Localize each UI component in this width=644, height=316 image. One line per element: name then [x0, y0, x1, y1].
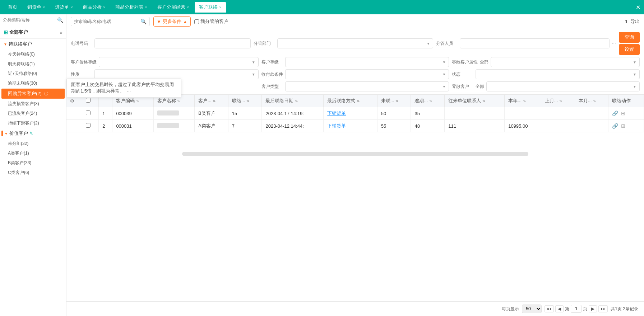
select-price-level[interactable]: ▼ [99, 57, 259, 67]
col-this-year[interactable]: 本年... ⇅ [505, 95, 541, 107]
close-analysis-tab[interactable]: × [103, 5, 105, 9]
edit-value-icon[interactable]: ✎ [29, 131, 33, 136]
row2-select[interactable] [86, 123, 91, 128]
sidebar-search-icon[interactable]: 🔍 [57, 17, 63, 23]
filter-cell-price-level: 客户价格等级 ▼ [71, 57, 259, 67]
col-last-contact-method[interactable]: 最后联络方式 ⇅ [324, 95, 377, 107]
filter-row-3: 性质 ▼ 收付款条件 ▼ 状态 ▼ [71, 69, 640, 79]
col-contact[interactable]: 联络... ⇅ [228, 95, 262, 107]
ellipsis-person[interactable]: ··· [612, 41, 616, 46]
close-purchase-tab[interactable]: × [70, 5, 73, 9]
sidebar-search-input[interactable] [3, 18, 57, 23]
filter-cell-payment: 收付款条件 ▼ [261, 69, 449, 79]
select-all-checkbox[interactable] [86, 98, 91, 103]
nav-tab-analysis[interactable]: 商品分析 × [79, 2, 110, 13]
select-customer-level[interactable]: ▼ [285, 57, 449, 67]
next-page-button[interactable]: ▶ [589, 305, 597, 312]
row2-num: 2 [99, 120, 112, 132]
close-sales-tab[interactable]: × [43, 5, 45, 9]
nav-tab-home[interactable]: 首页 [4, 2, 22, 13]
my-customer-checkbox[interactable] [194, 19, 199, 24]
sidebar-item-unclassified[interactable]: 未分组(32) [0, 139, 66, 148]
filter-bar: 🔍 ▼ 更多条件 ▲ 我分管的客户 ⬆ 导出 [66, 14, 644, 29]
select-dept[interactable]: ▼ [277, 38, 434, 48]
row1-link-icon[interactable]: 🔗 [612, 110, 618, 116]
prev-page-button[interactable]: ◀ [555, 305, 564, 312]
nav-tab-customer-contact[interactable]: 客户联络 × [195, 2, 226, 13]
sidebar-item-declining[interactable]: 持续下滑客户(2) [0, 118, 66, 128]
row2-link-icon[interactable]: 🔗 [612, 123, 618, 129]
sidebar-item-repurchase-anomaly[interactable]: 回购异常客户(2) ⓘ [1, 89, 65, 99]
close-analysis-list-tab[interactable]: × [145, 5, 147, 9]
col-unit-contact[interactable]: 往来单位联系人 ⇅ [445, 95, 505, 107]
export-button[interactable]: ⬆ 导出 [624, 18, 640, 25]
sort-icon-date: ⇅ [295, 99, 298, 103]
horizontal-scrollbar[interactable] [182, 152, 529, 156]
settings-button[interactable]: 设置 [619, 44, 640, 55]
select-status[interactable]: ▼ [476, 69, 640, 79]
sidebar-item-tomorrow[interactable]: 明天待联络(1) [0, 59, 66, 69]
sidebar-collapse-icon[interactable]: » [60, 30, 62, 35]
row1-actions: 🔗 ⊞ [608, 107, 644, 120]
filter-cell-scatter-customer: 零散客户 全部 ▼ [452, 81, 640, 91]
first-page-button[interactable]: ⏮ [545, 305, 554, 312]
query-button[interactable]: 查询 [619, 32, 640, 43]
content-area: 🔍 ▼ 更多条件 ▲ 我分管的客户 ⬆ 导出 电话号码 [66, 14, 644, 316]
sidebar-item-class-a[interactable]: A类客户(1) [0, 148, 66, 158]
more-filter-button[interactable]: ▼ 更多条件 ▲ [153, 16, 191, 27]
nav-tab-customer-tier[interactable]: 客户分层经营 × [153, 2, 193, 13]
sidebar-item-class-c[interactable]: C类客户(6) [0, 168, 66, 178]
label-payment: 收付款条件 [261, 71, 283, 77]
main-search-icon[interactable]: 🔍 [140, 19, 147, 24]
input-phone[interactable] [94, 38, 251, 48]
window-close-button[interactable]: ✕ [636, 4, 640, 11]
nav-tab-sales[interactable]: 销货单 × [23, 2, 49, 13]
row2-last-contact-method[interactable]: 下销货单 [324, 120, 377, 132]
per-page-select[interactable]: 50 20 100 [522, 305, 542, 313]
row1-grid-icon[interactable]: ⊞ [621, 110, 625, 116]
row1-last-contact-method[interactable]: 下销货单 [324, 107, 377, 120]
filter-cell-status: 状态 ▼ [452, 69, 640, 79]
select-scatter-customer[interactable]: ▼ [486, 81, 640, 91]
select-scatter-attr[interactable]: ▼ [491, 57, 640, 67]
nav-tab-purchase[interactable]: 进货单 × [51, 2, 77, 13]
col-last-month[interactable]: 上月... ⇅ [541, 95, 575, 107]
filter-icon: ▼ [157, 19, 161, 24]
row2-overdue: 48 [411, 120, 445, 132]
main-search-input[interactable] [74, 19, 140, 24]
col-last-contact-date[interactable]: 最后联络日期 ⇅ [262, 95, 324, 107]
row2-actions: 🔗 ⊞ [608, 120, 644, 132]
last-page-button[interactable]: ⏭ [598, 305, 608, 312]
sidebar-item-class-b[interactable]: B类客户(33) [0, 158, 66, 168]
sidebar-section-value-header: ▼ 价值客户 ✎ [0, 128, 66, 139]
sidebar-item-today[interactable]: 今天待联络(0) [0, 49, 66, 59]
row1-name [153, 107, 194, 120]
row1-select[interactable] [86, 110, 91, 115]
col-this-month[interactable]: 本月... ⇅ [575, 95, 608, 107]
select-nature[interactable]: ▼ [94, 69, 259, 79]
input-person[interactable] [460, 38, 610, 48]
sidebar-item-7days[interactable]: 近7天待联络(0) [0, 69, 66, 79]
row2-grid-icon[interactable]: ⊞ [621, 123, 625, 129]
page-number-input[interactable] [571, 305, 582, 313]
row2-checkbox[interactable] [82, 120, 99, 132]
col-overdue[interactable]: 逾期... ⇅ [411, 95, 445, 107]
label-price-level: 客户价格等级 [71, 59, 97, 65]
sidebar-section-pending[interactable]: ▼ 待联络客户 [0, 39, 66, 49]
select-customer-type[interactable]: ▼ [285, 81, 449, 91]
sidebar-item-lost-warning[interactable]: 流失预警客户(3) [0, 99, 66, 109]
row1-checkbox[interactable] [82, 107, 99, 120]
dropdown-arrow-dept: ▼ [426, 42, 430, 46]
col-uncontacted[interactable]: 未联... ⇅ [377, 95, 411, 107]
close-customer-tier-tab[interactable]: × [187, 5, 189, 9]
sort-icon-unit: ⇅ [482, 99, 485, 103]
sidebar-item-overdue[interactable]: 逾期未联络(30) [0, 79, 66, 88]
row2-uncontacted: 55 [377, 120, 411, 132]
my-customer-checkbox-group: 我分管的客户 [194, 18, 228, 25]
sidebar-section-value-title[interactable]: ▼ 价值客户 [4, 130, 28, 137]
nav-tab-analysis-list[interactable]: 商品分析列表 × [111, 2, 151, 13]
sidebar-item-lost[interactable]: 已流失客户(24) [0, 109, 66, 118]
close-customer-contact-tab[interactable]: × [219, 5, 221, 9]
select-payment[interactable]: ▼ [285, 69, 449, 79]
col-type[interactable]: 客户... ⇅ [194, 95, 228, 107]
